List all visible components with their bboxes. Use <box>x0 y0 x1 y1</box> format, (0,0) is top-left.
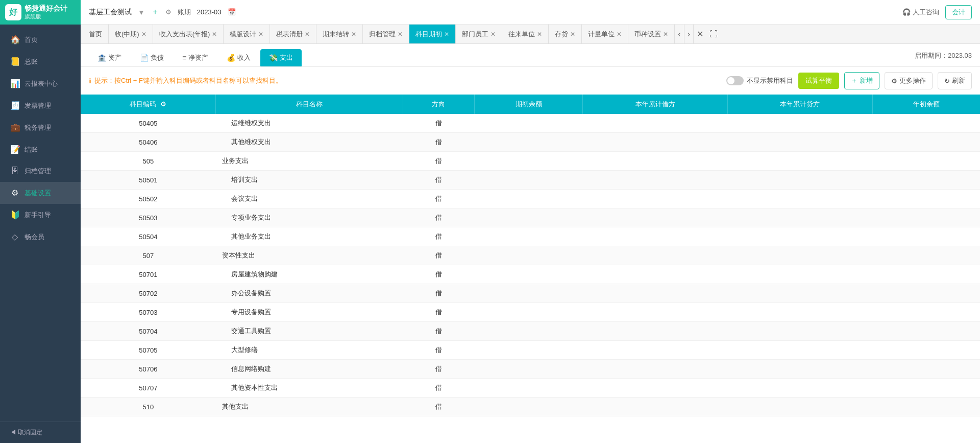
setting-icon[interactable]: ⚙ <box>165 8 172 16</box>
table-row[interactable]: 50405 运维维权支出 借 <box>81 114 980 133</box>
balance-button[interactable]: 试算平衡 <box>798 73 839 89</box>
archive-icon: 🗄 <box>10 167 19 176</box>
refresh-button[interactable]: ↻ 刷新 <box>938 72 972 89</box>
collapse-label: ◀ 取消固定 <box>10 428 42 437</box>
tab-close-dept-staff[interactable]: ✕ <box>491 31 496 38</box>
tab-prev-btn[interactable]: ‹ <box>675 25 684 44</box>
cell-code: 50707 <box>81 379 216 398</box>
tab-close-period-report[interactable]: ✕ <box>141 31 146 38</box>
tab-close-archive-mgmt[interactable]: ✕ <box>398 31 403 38</box>
tab-inventory[interactable]: 存货 ✕ <box>549 25 582 44</box>
table-row[interactable]: 50705 大型修缮 借 <box>81 341 980 360</box>
sidebar-item-settle[interactable]: 📝结账 <box>0 138 81 160</box>
table-row[interactable]: 50502 会议支出 借 <box>81 190 980 208</box>
sub-tab-icon-asset: 🏦 <box>97 54 106 62</box>
table-row[interactable]: 50406 其他维权支出 借 <box>81 133 980 152</box>
sidebar-item-archive[interactable]: 🗄归档管理 <box>0 160 81 182</box>
tab-home[interactable]: 首页 <box>83 25 109 44</box>
table-row[interactable]: 50704 交通工具购置 借 <box>81 322 980 341</box>
cell-direction: 借 <box>403 341 474 360</box>
sidebar-item-tax[interactable]: 💼税务管理 <box>0 116 81 138</box>
sidebar-item-member[interactable]: ◇畅会员 <box>0 226 81 248</box>
tab-annual-report[interactable]: 收入支出表(年报) ✕ <box>153 25 224 44</box>
table-row[interactable]: 505 业务支出 借 <box>81 152 980 171</box>
cell-direction: 借 <box>403 379 474 398</box>
tab-tax-sheet[interactable]: 税表清册 ✕ <box>270 25 316 44</box>
tab-period-end[interactable]: 期末结转 ✕ <box>316 25 363 44</box>
tab-close-period-end[interactable]: ✕ <box>351 31 356 38</box>
table-row[interactable]: 50706 信息网络购建 借 <box>81 360 980 379</box>
table-row[interactable]: 50702 办公设备购置 借 <box>81 284 980 303</box>
cell-credit <box>728 303 873 322</box>
tab-close-all-btn[interactable]: ✕ <box>694 29 706 39</box>
tab-close-external-unit[interactable]: ✕ <box>537 31 542 38</box>
add-company-icon[interactable]: ＋ <box>151 7 159 17</box>
cell-direction: 借 <box>403 152 474 171</box>
tab-close-template-design[interactable]: ✕ <box>258 31 263 38</box>
tab-close-tax-sheet[interactable]: ✕ <box>305 31 310 38</box>
table-row[interactable]: 50501 培训支出 借 <box>81 171 980 190</box>
tab-close-unit[interactable]: ✕ <box>617 31 622 38</box>
home-icon: 🏠 <box>10 35 19 44</box>
tab-close-inventory[interactable]: ✕ <box>570 31 575 38</box>
tab-archive-mgmt[interactable]: 归档管理 ✕ <box>363 25 409 44</box>
tab-dept-staff[interactable]: 部门员工 ✕ <box>456 25 502 44</box>
cell-direction: 借 <box>403 227 474 246</box>
add-button[interactable]: ＋ 新增 <box>844 72 879 89</box>
table-row[interactable]: 507 资本性支出 借 <box>81 246 980 265</box>
tab-close-currency[interactable]: ✕ <box>663 31 668 38</box>
sidebar-item-invoice[interactable]: 🧾发票管理 <box>0 95 81 116</box>
cell-code: 50701 <box>81 265 216 284</box>
table-row[interactable]: 50701 房屋建筑物购建 借 <box>81 265 980 284</box>
col-settings-icon[interactable]: ⚙ <box>160 100 166 108</box>
invoice-icon: 🧾 <box>10 101 19 110</box>
table-row[interactable]: 50504 其他业务支出 借 <box>81 227 980 246</box>
table-wrap[interactable]: 科目编码 ⚙科目名称方向期初余额本年累计借方本年累计贷方年初余额 50405 运… <box>81 95 980 443</box>
sub-tab-income[interactable]: 💰收入 <box>218 49 259 66</box>
consult-button[interactable]: 🎧 人工咨询 <box>902 8 939 17</box>
tab-expand-btn[interactable]: ⛶ <box>706 30 721 39</box>
tab-unit[interactable]: 计量单位 ✕ <box>582 25 628 44</box>
cell-name: 其他业务支出 <box>216 227 403 246</box>
sidebar-item-guide[interactable]: 🔰新手引导 <box>0 204 81 226</box>
dropdown-icon[interactable]: ▼ <box>138 8 145 16</box>
disable-toggle[interactable] <box>726 76 744 85</box>
tab-close-subject-init[interactable]: ✕ <box>444 31 449 38</box>
account-button[interactable]: 会计 <box>945 5 972 19</box>
tab-currency[interactable]: 币种设置 ✕ <box>628 25 675 44</box>
table-row[interactable]: 50503 专项业务支出 借 <box>81 208 980 227</box>
cell-code: 50503 <box>81 208 216 227</box>
cell-credit <box>728 133 873 152</box>
cell-debit <box>583 265 728 284</box>
sidebar-item-home[interactable]: 🏠首页 <box>0 29 81 51</box>
sub-tab-equity[interactable]: ≡净资产 <box>174 49 217 66</box>
sidebar-item-general-ledger[interactable]: 📒总账 <box>0 51 81 73</box>
sub-tab-icon-liability: 📄 <box>140 54 149 62</box>
table-row[interactable]: 50707 其他资本性支出 借 <box>81 379 980 398</box>
tab-close-annual-report[interactable]: ✕ <box>212 31 217 38</box>
table-row[interactable]: 50703 专用设备购置 借 <box>81 303 980 322</box>
calendar-icon[interactable]: 📅 <box>228 8 236 16</box>
cell-debit <box>583 208 728 227</box>
cell-debit <box>583 133 728 152</box>
cell-balance <box>475 208 583 227</box>
tab-label-template-design: 模版设计 <box>230 30 256 39</box>
sidebar-item-report-center[interactable]: 📊云报表中心 <box>0 73 81 95</box>
sidebar-item-basic-settings[interactable]: ⚙基础设置 <box>0 182 81 204</box>
sub-tab-asset[interactable]: 🏦资产 <box>89 49 130 66</box>
tab-next-btn[interactable]: › <box>684 25 694 44</box>
sub-tab-expenditure[interactable]: 💸支出 <box>260 49 302 66</box>
more-button[interactable]: ⚙ 更多操作 <box>885 72 933 89</box>
sidebar-item-label-member: 畅会员 <box>24 232 44 242</box>
tab-subject-init[interactable]: 科目期初 ✕ <box>409 25 456 44</box>
sub-tab-label-equity: 净资产 <box>188 53 208 62</box>
sub-tab-liability[interactable]: 📄负债 <box>131 49 173 66</box>
tab-external-unit[interactable]: 往来单位 ✕ <box>502 25 549 44</box>
sidebar-footer-collapse[interactable]: ◀ 取消固定 <box>0 422 81 443</box>
cell-name: 专用设备购置 <box>216 303 403 322</box>
add-label: 新增 <box>860 76 873 85</box>
tab-period-report[interactable]: 收(中期) ✕ <box>109 25 153 44</box>
table-row[interactable]: 510 其他支出 借 <box>81 398 980 416</box>
cell-direction: 借 <box>403 190 474 208</box>
tab-template-design[interactable]: 模版设计 ✕ <box>224 25 270 44</box>
